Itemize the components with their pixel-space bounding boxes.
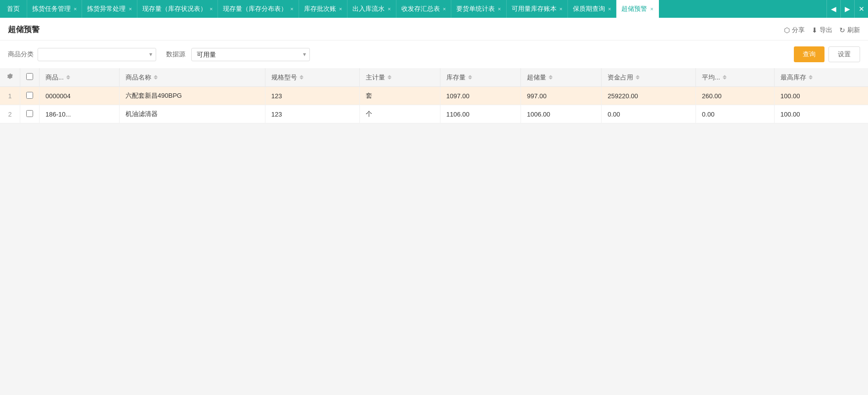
table-row: 2 186-10... 机油滤清器 123 个 1106.00 1006.00 … — [0, 105, 868, 123]
filter-actions: 查询 设置 — [794, 46, 860, 62]
page-header: 超储预警 ⬡ 分享 ⬇ 导出 ↻ 刷新 — [0, 18, 868, 40]
share-action[interactable]: ⬡ 分享 — [784, 26, 805, 35]
close-tab-7[interactable]: × — [498, 6, 501, 12]
row-product-code: 186-10... — [40, 105, 120, 123]
row-product-name: 机油滤清器 — [119, 105, 265, 123]
row-unit: 套 — [359, 87, 440, 105]
nav-item-task-mgmt[interactable]: 拣货任务管理 × — [27, 0, 82, 18]
col-unit[interactable]: 主计量 — [359, 68, 440, 87]
close-tab-10[interactable]: × — [650, 6, 653, 12]
page-title: 超储预警 — [8, 25, 40, 35]
header-actions: ⬡ 分享 ⬇ 导出 ↻ 刷新 — [784, 26, 860, 35]
nav-close-btn[interactable]: ✕ — [854, 0, 868, 18]
close-tab-2[interactable]: × — [210, 6, 213, 12]
row-over-stock: 997.00 — [521, 87, 602, 105]
close-tab-3[interactable]: × — [290, 6, 293, 12]
row-checkbox-cell[interactable] — [20, 87, 40, 105]
category-select[interactable] — [38, 48, 156, 61]
row-checkbox[interactable] — [26, 110, 33, 117]
sort-icon-spec — [300, 75, 304, 79]
filter-row: 商品分类 数据源 可用量 库存量 查询 设置 — [0, 40, 868, 68]
row-stock: 1097.00 — [440, 87, 521, 105]
row-spec: 123 — [265, 105, 359, 123]
row-num: 2 — [0, 105, 20, 123]
row-avg: 260.00 — [696, 87, 775, 105]
nav-item-batch[interactable]: 库存批次账 × — [299, 0, 347, 18]
nav-item-summary[interactable]: 收发存汇总表 × — [396, 0, 451, 18]
row-checkbox[interactable] — [26, 92, 33, 99]
sort-icon-name — [154, 75, 158, 79]
close-tab-1[interactable]: × — [129, 6, 131, 12]
nav-next-btn[interactable]: ▶ — [840, 0, 854, 18]
row-unit: 个 — [359, 105, 440, 123]
sort-icon-stock — [468, 75, 472, 79]
share-icon: ⬡ — [784, 26, 790, 34]
datasource-label: 数据源 — [166, 50, 185, 59]
col-max-stock[interactable]: 最高库存 — [774, 68, 868, 87]
table-body: 1 0000004 六配套新昌490BPG 123 套 1097.00 997.… — [0, 87, 868, 123]
close-tab-6[interactable]: × — [443, 6, 446, 12]
nav-prev-btn[interactable]: ◀ — [826, 0, 840, 18]
nav-item-order-stat[interactable]: 要货单统计表 × — [451, 0, 506, 18]
row-product-name: 六配套新昌490BPG — [119, 87, 265, 105]
refresh-action[interactable]: ↻ 刷新 — [839, 26, 860, 35]
datasource-filter-group: 数据源 可用量 库存量 — [166, 48, 310, 61]
row-num: 1 — [0, 87, 20, 105]
nav-item-stock-status[interactable]: 现存量（库存状况表） × — [137, 0, 218, 18]
row-product-code: 0000004 — [40, 87, 120, 105]
nav-item-exception[interactable]: 拣货异常处理 × — [82, 0, 137, 18]
col-checkbox-header[interactable] — [20, 68, 40, 87]
sort-icon-capital — [636, 75, 640, 79]
gear-column-icon[interactable] — [6, 73, 14, 80]
col-capital[interactable]: 资金占用 — [602, 68, 696, 87]
sort-icon-unit — [388, 75, 391, 79]
nav-item-stock-dist[interactable]: 现存量（库存分布表） × — [218, 0, 299, 18]
close-tab-4[interactable]: × — [339, 6, 342, 12]
query-button[interactable]: 查询 — [794, 46, 825, 62]
nav-item-expiry[interactable]: 保质期查询 × — [568, 0, 616, 18]
col-spec[interactable]: 规格型号 — [265, 68, 359, 87]
datasource-select[interactable]: 可用量 库存量 — [191, 48, 310, 61]
datasource-select-wrapper: 可用量 库存量 — [191, 48, 310, 61]
col-gear — [0, 68, 20, 87]
row-max-stock: 100.00 — [774, 105, 868, 123]
sort-icon-code — [66, 75, 70, 79]
row-avg: 0.00 — [696, 105, 775, 123]
close-tab-9[interactable]: × — [608, 6, 611, 12]
row-capital: 259220.00 — [602, 87, 696, 105]
col-stock[interactable]: 库存量 — [440, 68, 521, 87]
category-label: 商品分类 — [8, 50, 34, 59]
close-tab-0[interactable]: × — [74, 6, 77, 12]
settings-button[interactable]: 设置 — [828, 46, 860, 62]
sort-icon-avg — [723, 75, 727, 79]
row-max-stock: 100.00 — [774, 87, 868, 105]
col-avg[interactable]: 平均... — [696, 68, 775, 87]
row-over-stock: 1006.00 — [521, 105, 602, 123]
col-product-code[interactable]: 商品... — [40, 68, 120, 87]
category-select-wrapper — [38, 48, 156, 61]
table-row: 1 0000004 六配套新昌490BPG 123 套 1097.00 997.… — [0, 87, 868, 105]
export-action[interactable]: ⬇ 导出 — [812, 26, 832, 35]
top-nav: 首页 拣货任务管理 × 拣货异常处理 × 现存量（库存状况表） × 现存量（库存… — [0, 0, 868, 18]
row-capital: 0.00 — [602, 105, 696, 123]
col-product-name[interactable]: 商品名称 — [119, 68, 265, 87]
table-header-row: 商品... 商品名称 规格型号 — [0, 68, 868, 87]
data-table: 商品... 商品名称 规格型号 — [0, 68, 868, 123]
col-over-stock[interactable]: 超储量 — [521, 68, 602, 87]
export-icon: ⬇ — [812, 26, 818, 34]
page-container: 超储预警 ⬡ 分享 ⬇ 导出 ↻ 刷新 商品分类 — [0, 18, 868, 123]
category-filter-group: 商品分类 — [8, 48, 156, 61]
row-checkbox-cell[interactable] — [20, 105, 40, 123]
table-wrapper: 商品... 商品名称 规格型号 — [0, 68, 868, 123]
nav-arrows: ◀ ▶ ✕ — [826, 0, 868, 18]
row-spec: 123 — [265, 87, 359, 105]
nav-item-flow[interactable]: 出入库流水 × — [347, 0, 396, 18]
nav-home[interactable]: 首页 — [0, 0, 27, 18]
nav-item-overstock[interactable]: 超储预警 × — [616, 0, 658, 18]
close-tab-5[interactable]: × — [388, 6, 391, 12]
sort-icon-maxstock — [809, 75, 813, 79]
select-all-checkbox[interactable] — [26, 73, 33, 80]
row-stock: 1106.00 — [440, 105, 521, 123]
nav-item-avail-stock[interactable]: 可用量库存账本 × — [507, 0, 568, 18]
close-tab-8[interactable]: × — [560, 6, 563, 12]
